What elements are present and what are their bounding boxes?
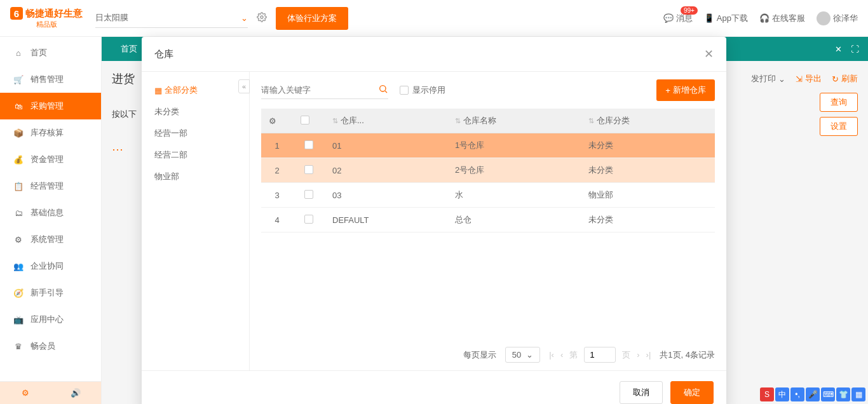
row-index: 3 [261,183,293,208]
show-disabled-label: 显示停用 [412,84,445,96]
gear-icon: ⚙ [269,116,276,126]
ime-taskbar: S 中 •, 🎤 ⌨ 👕 ▦ [760,387,865,401]
cell-code: 02 [325,158,447,183]
row-checkbox[interactable] [293,158,325,183]
page-summary: 共1页, 4条记录 [660,349,715,361]
grid-icon: ▦ [154,86,162,95]
confirm-button[interactable]: 确定 [670,381,714,404]
category-all[interactable]: ▦全部分类 [142,79,249,101]
category-label: 全部分类 [165,84,198,96]
page-input[interactable] [584,347,616,363]
col-checkbox[interactable] [293,109,325,133]
next-page-icon[interactable]: › [637,350,639,360]
per-page-value: 50 [512,350,521,360]
row-checkbox[interactable] [293,208,325,232]
page-prefix: 第 [569,349,578,361]
table-row[interactable]: 1 01 1号仓库 未分类 [261,133,715,158]
checkbox-icon [304,190,313,199]
add-button-label: 新增仓库 [673,84,706,96]
warehouse-modal: 仓库 ✕ « ▦全部分类 未分类 经营一部 经营二部 物业部 [142,37,726,404]
cell-category: 未分类 [581,158,715,183]
per-page-label: 每页显示 [463,349,496,361]
ime-logo-icon[interactable]: S [760,387,774,401]
search-icon[interactable] [378,84,388,96]
row-checkbox[interactable] [293,133,325,158]
checkbox-icon [304,140,313,149]
cell-code: 03 [325,183,447,208]
pagination: 每页显示 50 ⌄ |‹ ‹ 第 页 › ›| 共1页, 4条记录 [261,347,715,363]
row-index: 1 [261,133,293,158]
cell-category: 物业部 [581,183,715,208]
chevron-down-icon: ⌄ [526,350,533,360]
category-item[interactable]: 经营二部 [142,144,249,166]
cell-category: 未分类 [581,208,715,232]
search-box [261,81,388,99]
col-category[interactable]: 仓库分类 [581,109,715,133]
col-settings[interactable]: ⚙ [261,109,293,133]
last-page-icon[interactable]: ›| [646,350,651,360]
search-input[interactable] [261,81,378,98]
ime-keyboard-icon[interactable]: ⌨ [821,387,835,401]
svg-line-2 [385,91,387,93]
cell-code: DEFAULT [325,208,447,232]
col-name[interactable]: 仓库名称 [447,109,581,133]
cell-name: 2号仓库 [447,158,581,183]
checkbox-icon [304,165,313,174]
row-index: 2 [261,158,293,183]
modal-overlay: 仓库 ✕ « ▦全部分类 未分类 经营一部 经营二部 物业部 [0,0,868,404]
ime-lang-button[interactable]: 中 [775,387,789,401]
cell-name: 水 [447,183,581,208]
checkbox-icon [304,215,313,224]
first-page-icon[interactable]: |‹ [549,350,554,360]
ime-skin-icon[interactable]: 👕 [836,387,850,401]
cell-name: 1号仓库 [447,133,581,158]
show-disabled-checkbox[interactable]: 显示停用 [400,84,445,96]
cell-code: 01 [325,133,447,158]
cancel-button[interactable]: 取消 [620,381,663,404]
category-item[interactable]: 经营一部 [142,123,249,144]
table-row[interactable]: 2 02 2号仓库 未分类 [261,158,715,183]
warehouse-table: ⚙ 仓库... 仓库名称 仓库分类 1 01 1号仓库 [261,109,715,232]
close-icon[interactable]: ✕ [704,47,714,61]
table-row[interactable]: 3 03 水 物业部 [261,183,715,208]
ime-mic-icon[interactable]: 🎤 [806,387,820,401]
svg-point-1 [380,86,386,91]
collapse-handle-icon[interactable]: « [238,79,250,93]
category-item[interactable]: 未分类 [142,101,249,123]
checkbox-icon [301,116,309,125]
row-index: 4 [261,208,293,232]
ime-punct-icon[interactable]: •, [790,387,804,401]
table-row[interactable]: 4 DEFAULT 总仓 未分类 [261,208,715,232]
ime-toolbox-icon[interactable]: ▦ [851,387,865,401]
cell-category: 未分类 [581,133,715,158]
modal-title: 仓库 [154,48,173,60]
category-item[interactable]: 物业部 [142,166,249,187]
col-code[interactable]: 仓库... [325,109,447,133]
per-page-select[interactable]: 50 ⌄ [505,347,540,363]
add-warehouse-button[interactable]: +新增仓库 [656,79,715,101]
prev-page-icon[interactable]: ‹ [560,350,563,360]
category-panel: « ▦全部分类 未分类 经营一部 经营二部 物业部 [142,72,250,370]
row-checkbox[interactable] [293,183,325,208]
checkbox-icon [400,86,409,95]
page-suffix: 页 [622,349,630,361]
cell-name: 总仓 [447,208,581,232]
plus-icon: + [665,86,670,95]
